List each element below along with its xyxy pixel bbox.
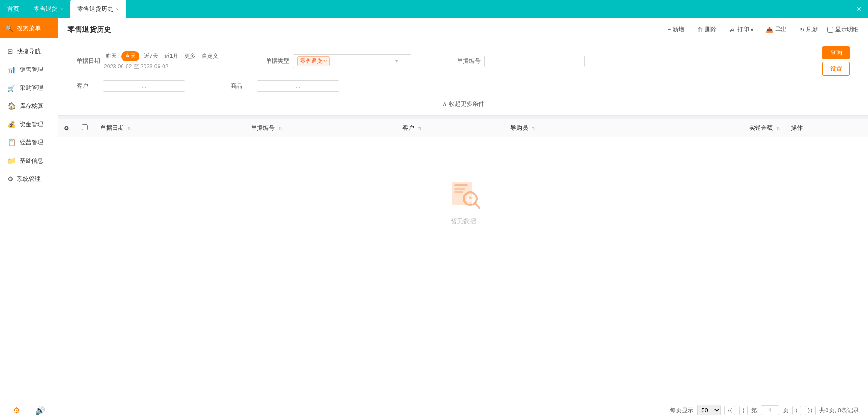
content-area: 零售退货历史 + 新增 🗑 删除 🖨 打印 ▾ 📤 <box>58 18 868 420</box>
next-page-button[interactable]: ⟩ <box>792 406 801 415</box>
date-1month[interactable]: 近1月 <box>163 51 180 61</box>
th-action-label: 操作 <box>791 124 803 131</box>
page-title: 零售退货历史 <box>67 25 111 35</box>
tab-home[interactable]: 首页 <box>0 0 26 18</box>
print-icon: 🖨 <box>729 26 735 33</box>
customer-input[interactable]: ... <box>103 80 185 92</box>
export-button[interactable]: 📤 导出 <box>762 24 791 36</box>
settings-bottom-icon[interactable]: ⚙ <box>13 405 20 415</box>
th-voucher-no-label: 单据编号 <box>251 124 275 131</box>
amount-sort-icon: ⇅ <box>776 126 780 131</box>
page-size-select[interactable]: 20 50 100 <box>697 405 721 415</box>
sidebar-item-inventory[interactable]: 🏠 库存核算 <box>2 97 56 115</box>
th-checkbox[interactable] <box>77 119 95 137</box>
date-today[interactable]: 今天 <box>121 51 139 61</box>
inventory-icon: 🏠 <box>7 102 16 110</box>
goods-input[interactable]: ... <box>257 80 339 92</box>
refresh-icon: ↻ <box>800 26 805 33</box>
filter-voucher-type: 单据类型 零售退货 × ▾ <box>266 54 411 68</box>
refresh-button[interactable]: ↻ 刷新 <box>796 24 822 36</box>
prev-page-button[interactable]: ⟨ <box>739 406 748 415</box>
voucher-type-tag-text: 零售退货 <box>300 57 322 65</box>
th-voucher-no[interactable]: 单据编号 ⇅ <box>246 119 396 137</box>
date-sort-icon: ⇅ <box>128 126 131 131</box>
sidebar-item-sales-mgmt[interactable]: 📊 销售管理 <box>2 61 56 78</box>
page-size-label: 每页显示 <box>670 406 693 415</box>
voucher-no-input[interactable] <box>484 56 585 67</box>
print-label: 打印 <box>737 26 749 34</box>
sidebar-item-sales-label: 销售管理 <box>20 66 43 74</box>
collapse-label: 收起更多条件 <box>449 100 484 108</box>
page-number-input[interactable] <box>761 405 779 415</box>
tab-retail-return-history-label: 零售退货历史 <box>77 5 113 13</box>
select-all-checkbox[interactable] <box>82 124 88 130</box>
tab-list: 首页 零售退货 × 零售退货历史 × <box>0 0 850 18</box>
voucher-no-sort-icon: ⇅ <box>278 126 282 131</box>
voucher-type-select[interactable]: 零售退货 × ▾ <box>293 54 411 68</box>
base-info-icon: 📁 <box>7 157 16 165</box>
delete-icon: 🗑 <box>697 26 703 33</box>
date-range-value: 2023-06-02 至 2023-06-02 <box>104 63 220 71</box>
date-shortcuts: 昨天 今天 近7天 近1月 更多 自定义 <box>104 51 220 61</box>
page-actions: + 新增 🗑 删除 🖨 打印 ▾ 📤 导出 <box>664 24 859 36</box>
voucher-type-tag-close[interactable]: × <box>324 59 327 64</box>
sidebar-item-quick-nav[interactable]: ⊞ 快捷导航 <box>2 43 56 60</box>
first-page-button[interactable]: ⟨⟨ <box>724 406 735 415</box>
sidebar-item-sys-mgmt[interactable]: ⚙ 系统管理 <box>2 170 56 188</box>
page-header: 零售退货历史 + 新增 🗑 删除 🖨 打印 ▾ 📤 <box>58 18 868 116</box>
th-amount[interactable]: 实销金额 ⇅ <box>635 119 786 137</box>
sidebar-item-base-info[interactable]: 📁 基础信息 <box>2 152 56 169</box>
guide-sort-icon: ⇅ <box>532 126 535 131</box>
date-yesterday[interactable]: 昨天 <box>104 51 118 61</box>
sidebar-item-operations[interactable]: 📋 经营管理 <box>2 134 56 151</box>
last-page-button[interactable]: ⟩⟩ <box>805 406 816 415</box>
finance-icon: 💰 <box>7 120 16 128</box>
th-date[interactable]: 单据日期 ⇅ <box>95 119 246 137</box>
collapse-button[interactable]: ∧ 收起更多条件 <box>442 98 484 110</box>
goods-label: 商品 <box>231 82 253 90</box>
svg-point-7 <box>469 196 472 199</box>
table-container: ⚙ 单据日期 ⇅ 单据编号 ⇅ <box>58 119 868 400</box>
customer-sort-icon: ⇅ <box>418 126 421 131</box>
pagination-bar: 每页显示 20 50 100 ⟨⟨ ⟨ 第 页 ⟩ ⟩⟩ 共0页, 0条记录 <box>58 400 868 420</box>
sidebar: 🔍 搜索菜单 ⊞ 快捷导航 📊 销售管理 🛒 采购管理 🏠 库存核算 💰 <box>0 18 58 420</box>
page-unit: 页 <box>783 406 789 415</box>
sidebar-item-purchase-mgmt[interactable]: 🛒 采购管理 <box>2 79 56 97</box>
sidebar-search[interactable]: 🔍 搜索菜单 <box>0 18 58 38</box>
th-customer[interactable]: 客户 ⇅ <box>397 119 505 137</box>
settings-button[interactable]: 设置 <box>822 62 850 76</box>
sidebar-item-sys-mgmt-label: 系统管理 <box>17 175 41 183</box>
new-label: + 新增 <box>668 26 684 34</box>
sidebar-item-finance[interactable]: 💰 资金管理 <box>2 116 56 133</box>
date-custom[interactable]: 自定义 <box>200 51 220 61</box>
display-detail-checkbox[interactable] <box>827 27 833 33</box>
print-button[interactable]: 🖨 打印 ▾ <box>726 24 757 36</box>
filter-row-1: 单据日期 昨天 今天 近7天 近1月 更多 自定义 2023-06-02 至 2… <box>67 46 859 76</box>
date-7days[interactable]: 近7天 <box>142 51 160 61</box>
window-close-button[interactable]: × <box>850 0 868 18</box>
display-detail-label[interactable]: 显示明细 <box>827 26 859 34</box>
th-guide[interactable]: 导购员 ⇅ <box>505 119 634 137</box>
th-amount-label: 实销金额 <box>749 124 773 131</box>
column-setting-icon[interactable]: ⚙ <box>64 125 69 132</box>
sidebar-item-operations-label: 经营管理 <box>20 138 43 147</box>
export-label: 导出 <box>775 26 787 34</box>
tab-retail-return[interactable]: 零售退货 × <box>26 0 70 18</box>
tab-retail-return-close[interactable]: × <box>60 6 63 12</box>
filter-customer: 客户 ... <box>77 80 185 92</box>
sidebar-nav: ⊞ 快捷导航 📊 销售管理 🛒 采购管理 🏠 库存核算 💰 资金管理 📋 <box>0 38 58 400</box>
collapse-up-icon: ∧ <box>442 101 447 108</box>
tab-home-label: 首页 <box>7 5 19 13</box>
th-setting[interactable]: ⚙ <box>58 119 77 137</box>
export-icon: 📤 <box>766 26 773 33</box>
query-button[interactable]: 查询 <box>822 46 850 59</box>
filter-goods: 商品 ... <box>231 80 339 92</box>
top-bar: 首页 零售退货 × 零售退货历史 × × <box>0 0 868 18</box>
tab-retail-return-history-close[interactable]: × <box>116 6 118 12</box>
tab-retail-return-label: 零售退货 <box>34 5 57 13</box>
new-button[interactable]: + 新增 <box>664 24 688 36</box>
date-more[interactable]: 更多 <box>183 51 197 61</box>
audio-bottom-icon[interactable]: 🔊 <box>35 405 45 415</box>
tab-retail-return-history[interactable]: 零售退货历史 × <box>70 0 126 18</box>
delete-button[interactable]: 🗑 删除 <box>693 24 720 36</box>
